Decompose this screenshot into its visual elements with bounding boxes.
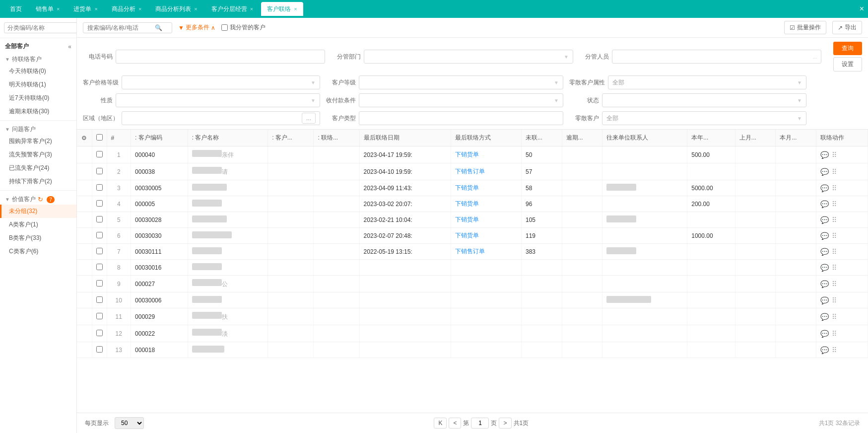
sales-tab-close[interactable]: × [57,6,60,12]
row-checkbox-cell[interactable] [92,228,107,244]
tab-home[interactable]: 首页 [4,2,28,16]
search-input[interactable] [87,24,152,31]
settings-col-header[interactable]: ⚙ [77,130,92,146]
sidebar-item-overdue-pending[interactable]: 逾期未联络(30) [0,105,76,118]
chat-icon[interactable]: 💬 [820,280,829,288]
sidebar-item-churned[interactable]: 已流失客户(24) [0,161,76,175]
page-size-select[interactable]: 50 100 [115,417,144,429]
retail-customer-select[interactable]: 全部 ▼ [602,111,806,125]
next-page-button[interactable]: > [499,418,511,429]
not-contacted-col-header[interactable]: 未联... [521,130,562,146]
row-checkbox[interactable] [96,168,103,174]
status-select[interactable]: ▼ [602,93,806,107]
grid-icon[interactable]: ⠿ [832,216,837,224]
sidebar-item-class-b[interactable]: B类客户(33) [0,231,76,245]
grid-icon[interactable]: ⠿ [832,200,837,208]
contact-col-header[interactable]: : 联络... [314,130,359,146]
grid-icon[interactable]: ⠿ [832,330,837,338]
grid-icon[interactable]: ⠿ [832,248,837,256]
my-customers-checkbox[interactable] [221,24,228,31]
chat-icon[interactable]: 💬 [820,264,829,272]
payment-select[interactable]: ▼ [359,93,563,107]
row-checkbox-cell[interactable] [92,325,107,342]
row-checkbox[interactable] [96,313,103,319]
last-method-link[interactable]: 下销货单 [455,200,479,207]
row-last-method[interactable]: 下销货单 [451,146,521,163]
row-checkbox-cell[interactable] [92,146,107,163]
tab-customer-tier[interactable]: 客户分层经营 × [205,2,259,16]
code-col-header[interactable]: : 客户编码 [131,130,188,146]
manager-select[interactable]: ... [612,50,821,64]
product-list-tab-close[interactable]: × [194,6,197,12]
export-button[interactable]: ↗ 导出 [832,21,862,34]
row-checkbox-cell[interactable] [92,308,107,325]
grid-icon[interactable]: ⠿ [832,168,837,176]
grid-icon[interactable]: ⠿ [832,346,837,354]
type-col-header[interactable]: : 客户... [268,130,314,146]
customer-level-select[interactable]: ▼ [359,75,563,89]
grid-icon[interactable]: ⠿ [832,232,837,240]
sidebar-item-declining[interactable]: 持续下滑客户(2) [0,175,76,188]
grid-icon[interactable]: ⠿ [832,296,837,304]
window-close-icon[interactable]: × [860,4,864,13]
last-method-link[interactable]: 下销货单 [455,151,479,158]
checkbox-col-header[interactable] [92,130,107,146]
product-analysis-tab-close[interactable]: × [138,6,141,12]
row-last-method[interactable]: 下销售订单 [451,244,521,260]
chat-icon[interactable]: 💬 [820,313,829,321]
chat-icon[interactable]: 💬 [820,296,829,304]
row-checkbox[interactable] [96,346,103,353]
last-method-link[interactable]: 下销货单 [455,184,479,191]
first-page-button[interactable]: K [434,418,447,429]
dept-select[interactable]: ▼ [364,50,573,64]
tab-customer-contact[interactable]: 客户联络 × [261,2,303,16]
row-last-method[interactable]: 下销货单 [451,196,521,212]
nature-select[interactable]: ▼ [116,93,320,107]
tab-purchase[interactable]: 进货单 × [67,2,103,16]
row-checkbox[interactable] [96,280,103,287]
row-last-method[interactable]: 下销售订单 [451,163,521,180]
sidebar-item-class-c[interactable]: C类客户(6) [0,245,76,258]
more-conditions-button[interactable]: ▼ 更多条件 ∧ [178,23,215,32]
customer-contact-tab-close[interactable]: × [294,6,297,12]
my-customers-checkbox-label[interactable]: 我分管的客户 [221,23,266,32]
row-checkbox[interactable] [96,248,103,254]
row-checkbox-cell[interactable] [92,342,107,358]
row-last-method[interactable]: 下销货单 [451,212,521,228]
sidebar-item-ungrouped[interactable]: 未分组(32) [0,205,76,218]
purchase-tab-close[interactable]: × [94,6,97,12]
batch-ops-button[interactable]: ☑ 批量操作 [784,21,826,34]
row-checkbox[interactable] [96,232,103,238]
chat-icon[interactable]: 💬 [820,184,829,192]
tab-product-list[interactable]: 商品分析列表 × [149,2,203,16]
sidebar-item-week-pending[interactable]: 近7天待联络(0) [0,91,76,105]
this-month-col-header[interactable]: 本月... [776,130,816,146]
sidebar-item-churn-warning[interactable]: 流失预警客户(3) [0,148,76,161]
chat-icon[interactable]: 💬 [820,346,829,354]
retail-attr-select[interactable]: 全部 ▼ [608,75,806,89]
grid-icon[interactable]: ⠿ [832,313,837,321]
this-year-col-header[interactable]: 本年... [687,130,735,146]
select-all-checkbox[interactable] [96,134,103,141]
row-checkbox-cell[interactable] [92,260,107,276]
row-checkbox-cell[interactable] [92,244,107,260]
row-last-method[interactable]: 下销货单 [451,180,521,196]
row-checkbox-cell[interactable] [92,276,107,292]
page-number-input[interactable] [471,418,489,429]
sidebar-item-class-a[interactable]: A类客户(1) [0,218,76,231]
row-last-method[interactable]: 下销货单 [451,228,521,244]
phone-input[interactable] [116,50,325,64]
sidebar-item-today-pending[interactable]: 今天待联络(0) [0,65,76,78]
last-method-col-header[interactable]: 最后联络方式 [451,130,521,146]
grid-icon[interactable]: ⠿ [832,184,837,192]
customer-tier-tab-close[interactable]: × [250,6,253,12]
price-level-select[interactable]: ▼ [122,75,320,89]
chat-icon[interactable]: 💬 [820,151,829,159]
row-checkbox[interactable] [96,200,103,207]
unit-contact-col-header[interactable]: 往来单位联系人 [602,130,687,146]
region-ellipsis-icon[interactable]: ... [302,113,316,124]
row-checkbox[interactable] [96,330,103,336]
tab-sales[interactable]: 销售单 × [30,2,66,16]
overdue-col-header[interactable]: 逾期... [562,130,602,146]
row-checkbox-cell[interactable] [92,292,107,308]
